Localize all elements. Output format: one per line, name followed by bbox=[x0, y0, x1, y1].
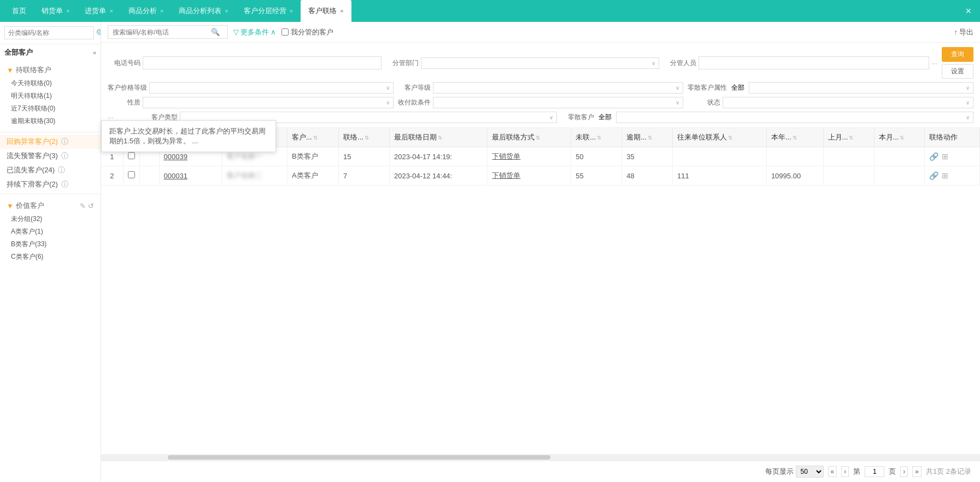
sidebar-item-today[interactable]: 今天待联络(0) bbox=[0, 77, 101, 90]
export-button[interactable]: ↑ 导出 bbox=[954, 27, 974, 37]
window-close-button[interactable]: × bbox=[961, 5, 976, 17]
col-not-contact-sort-icon: ⇅ bbox=[597, 135, 601, 141]
nav-purchase[interactable]: 进货单 × bbox=[77, 0, 120, 22]
sidebar-item-overdue[interactable]: 逾期未联络(30) bbox=[0, 115, 101, 127]
pending-group-title[interactable]: ▼ 待联络客户 bbox=[0, 63, 101, 77]
retail-customer-caret: ∨ bbox=[966, 114, 970, 120]
col-contact-label: 联络... bbox=[343, 132, 363, 142]
category-search-icon[interactable]: 🔍 bbox=[96, 29, 101, 37]
category-search-input[interactable] bbox=[4, 26, 94, 39]
nav-sales[interactable]: 销货单 × bbox=[34, 0, 77, 22]
close-product-list-tab[interactable]: × bbox=[225, 8, 228, 14]
sidebar-item-a-type[interactable]: A类客户(1) bbox=[0, 225, 101, 238]
manager-input[interactable] bbox=[702, 59, 881, 67]
col-this-month-header: 本月... ⇅ bbox=[874, 128, 925, 147]
dept-select[interactable]: ∨ bbox=[421, 57, 660, 69]
value-group-expand[interactable]: ▼ 价值客户 bbox=[7, 201, 44, 211]
sidebar-item-b-type[interactable]: B类客户(33) bbox=[0, 238, 101, 251]
dept-caret-icon: ∨ bbox=[652, 60, 655, 66]
row1-type: B类客户 bbox=[287, 147, 338, 166]
customer-level-select[interactable]: ∨ bbox=[433, 82, 684, 94]
filter-bar: 🔍 ▽ 更多条件 ∧ 我分管的客户 ↑ 导出 bbox=[101, 22, 980, 43]
page-number-input[interactable] bbox=[865, 466, 884, 477]
row2-this-year: 10995.00 bbox=[766, 166, 823, 185]
sidebar-item-lost[interactable]: 已流失客户(24) ⓘ bbox=[0, 163, 101, 177]
per-page-select[interactable]: 20 50 100 bbox=[796, 466, 824, 478]
customer-level-label: 客户等级 bbox=[398, 83, 431, 92]
value-group: ▼ 价值客户 ✎ ↺ 未分组(32) A类客户(1) B类客户(33) C类客户… bbox=[0, 196, 101, 265]
row1-last-method[interactable]: 下销货单 bbox=[488, 147, 571, 166]
value-group-edit-icon[interactable]: ✎ bbox=[80, 202, 86, 210]
top-nav: 首页 销货单 × 进货单 × 商品分析 × 商品分析列表 × 客户分层经营 × … bbox=[0, 0, 980, 22]
next-page-button[interactable]: › bbox=[900, 466, 908, 477]
value-group-label: 价值客户 bbox=[16, 201, 44, 211]
more-conditions-button[interactable]: ▽ 更多条件 ∧ bbox=[233, 27, 276, 37]
price-level-select[interactable]: ∨ bbox=[149, 82, 394, 94]
table-container: ⚙ 客户编码 ⇅ 客户名称 ⇅ bbox=[101, 128, 980, 454]
row1-grid-icon[interactable]: ⊞ bbox=[942, 152, 948, 161]
row2-grid-icon[interactable]: ⊞ bbox=[942, 171, 948, 180]
row2-code[interactable]: 000031 bbox=[159, 166, 222, 185]
customer-level-caret: ∨ bbox=[676, 85, 679, 91]
sidebar-item-c-type[interactable]: C类客户(6) bbox=[0, 251, 101, 263]
scroll-thumb[interactable] bbox=[168, 455, 550, 460]
nature-label: 性质 bbox=[108, 98, 140, 107]
retail-customer-select[interactable]: ∨ bbox=[616, 112, 973, 123]
sidebar-item-ungroup[interactable]: 未分组(32) bbox=[0, 213, 101, 225]
row2-link-icon[interactable]: 🔗 bbox=[929, 171, 938, 180]
phone-input[interactable] bbox=[143, 56, 382, 69]
nav-customer-contact[interactable]: 客户联络 × bbox=[301, 0, 351, 22]
prev-page-button[interactable]: ‹ bbox=[841, 466, 849, 477]
nav-product-analysis-list[interactable]: 商品分析列表 × bbox=[171, 0, 236, 22]
nav-home[interactable]: 首页 bbox=[4, 0, 34, 22]
col-last-method-label: 最后联络方式 bbox=[492, 132, 535, 142]
customer-type-caret: ∨ bbox=[549, 114, 553, 120]
retail-attr-caret: ∨ bbox=[966, 85, 970, 91]
sidebar-item-declining[interactable]: 持续下滑客户(2) ⓘ bbox=[0, 177, 101, 191]
retail-attr-select[interactable]: ∨ bbox=[749, 82, 973, 94]
sidebar-item-7days[interactable]: 近7天待联络(0) bbox=[0, 102, 101, 115]
sidebar-item-loss-warning[interactable]: 流失预警客户(3) ⓘ bbox=[0, 149, 101, 163]
customer-search-input[interactable] bbox=[113, 28, 211, 36]
customer-search-icon[interactable]: 🔍 bbox=[211, 28, 220, 36]
row1-checkbox[interactable] bbox=[128, 152, 135, 159]
my-customers-label: 我分管的客户 bbox=[291, 27, 333, 37]
col-last-date-header: 最后联络日期 ⇅ bbox=[389, 128, 487, 147]
value-group-refresh-icon[interactable]: ↺ bbox=[88, 202, 94, 210]
sidebar-item-repeat-anomaly[interactable]: 回购异常客户(2) ⓘ bbox=[0, 135, 101, 149]
row2-not-contact: 55 bbox=[571, 166, 622, 185]
close-customer-contact-tab[interactable]: × bbox=[340, 8, 343, 14]
row1-link-icon[interactable]: 🔗 bbox=[929, 152, 938, 161]
status-select[interactable]: ∨ bbox=[723, 97, 973, 108]
payment-select[interactable]: ∨ bbox=[433, 97, 684, 108]
nature-select[interactable]: ∨ bbox=[143, 97, 394, 108]
row1-company-contact bbox=[673, 147, 767, 166]
manager-input-area bbox=[699, 56, 929, 69]
row2-last-method[interactable]: 下销货单 bbox=[488, 166, 571, 185]
row2-checkbox[interactable] bbox=[128, 171, 135, 178]
nav-product-analysis[interactable]: 商品分析 × bbox=[121, 0, 171, 22]
setting-button[interactable]: 设置 bbox=[942, 64, 973, 79]
my-customers-checkbox[interactable] bbox=[281, 28, 289, 36]
adv-row-1: 电话号码 分管部门 ∨ 分管人员 ··· bbox=[108, 47, 973, 79]
row2-overdue: 48 bbox=[622, 166, 673, 185]
all-customers-label[interactable]: 全部客户 bbox=[4, 48, 33, 57]
first-page-button[interactable]: « bbox=[828, 466, 837, 477]
close-sales-tab[interactable]: × bbox=[66, 8, 69, 14]
manager-dots-button[interactable]: ··· bbox=[931, 59, 937, 67]
close-customer-tier-tab[interactable]: × bbox=[290, 8, 293, 14]
nav-customer-tier[interactable]: 客户分层经营 × bbox=[236, 0, 301, 22]
last-page-button[interactable]: » bbox=[912, 466, 922, 477]
col-overdue-label: 逾期... bbox=[626, 132, 647, 142]
close-purchase-tab[interactable]: × bbox=[109, 8, 113, 14]
query-button[interactable]: 查询 bbox=[942, 47, 973, 62]
table-body: 1 000039 客户名称一 B类客户 15 2023-04-17 14:19:… bbox=[101, 147, 980, 185]
row1-overdue: 35 bbox=[622, 147, 673, 166]
col-last-month-header: 上月... ⇅ bbox=[823, 128, 874, 147]
row1-this-year bbox=[766, 147, 823, 166]
close-product-analysis-tab[interactable]: × bbox=[160, 8, 163, 14]
horizontal-scrollbar[interactable] bbox=[101, 454, 980, 461]
all-customers-section: 全部客户 « bbox=[0, 44, 101, 61]
sidebar-item-tomorrow[interactable]: 明天待联络(1) bbox=[0, 90, 101, 102]
sidebar-collapse-button[interactable]: « bbox=[93, 49, 96, 56]
